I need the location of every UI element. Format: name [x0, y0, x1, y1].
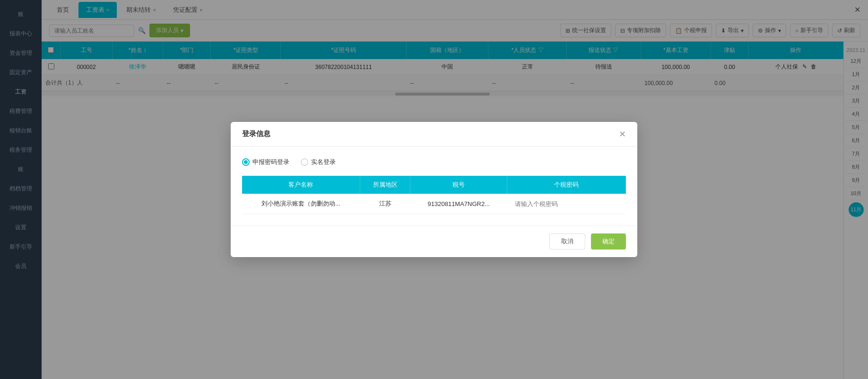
modal-password-input[interactable]	[515, 200, 618, 207]
radio-realname-label: 实名登录	[311, 158, 336, 166]
modal-col-password: 个税密码	[507, 176, 626, 194]
modal-region: 江苏	[360, 194, 410, 214]
modal-tax-no: 91320811MA7NGR2...	[410, 194, 507, 214]
login-type-radio-group: 申报密码登录 实名登录	[242, 158, 626, 166]
radio-realname-login[interactable]: 实名登录	[301, 158, 336, 166]
modal-title: 登录信息	[242, 129, 270, 138]
radio-password-circle	[242, 158, 250, 166]
modal-col-client-name: 客户名称	[242, 176, 360, 194]
radio-realname-circle	[301, 158, 308, 166]
radio-password-login[interactable]: 申报密码登录	[242, 158, 289, 166]
modal-password-input-cell[interactable]	[507, 194, 626, 214]
modal-body: 申报密码登录 实名登录 客户名称 所属地区 税号 个税密码	[231, 146, 637, 225]
modal-header: 登录信息 ✕	[231, 122, 637, 146]
login-info-modal: 登录信息 ✕ 申报密码登录 实名登录	[231, 122, 637, 257]
login-info-table: 客户名称 所属地区 税号 个税密码 刘小艳演示账套（勿删勿动... 江苏 913…	[242, 176, 626, 214]
modal-close-button[interactable]: ✕	[619, 130, 626, 138]
modal-confirm-button[interactable]: 确定	[591, 233, 626, 250]
modal-overlay: 登录信息 ✕ 申报密码登录 实名登录	[0, 0, 868, 379]
modal-table-row: 刘小艳演示账套（勿删勿动... 江苏 91320811MA7NGR2...	[242, 194, 626, 214]
modal-client-name: 刘小艳演示账套（勿删勿动...	[242, 194, 360, 214]
app-container: 账 报表中心 资金管理 固定资产 工资 税费管理 核销台账 税务管理 账 档档管…	[0, 0, 868, 379]
modal-footer: 取消 确定	[231, 225, 637, 257]
modal-table-header: 客户名称 所属地区 税号 个税密码	[242, 176, 626, 194]
modal-col-region: 所属地区	[360, 176, 410, 194]
modal-col-tax-no: 税号	[410, 176, 507, 194]
radio-password-label: 申报密码登录	[252, 158, 289, 166]
modal-cancel-button[interactable]: 取消	[549, 233, 585, 250]
